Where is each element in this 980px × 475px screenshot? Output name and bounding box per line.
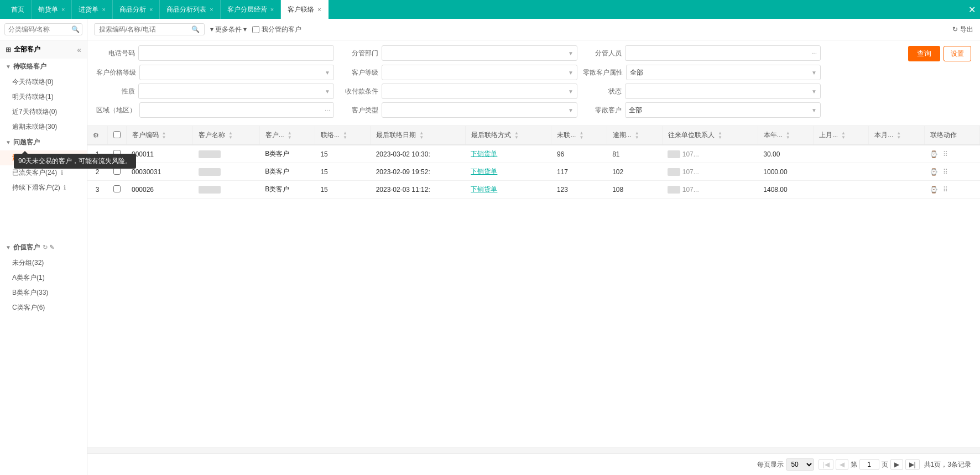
sidebar-item-overdue-contact[interactable]: 逾期未联络(30) [0, 119, 87, 134]
content-area: 🔍 ▾ 更多条件 ▾ 我分管的客户 ↻ 导出 电话号码 [87, 19, 980, 475]
chevron-down-icon: ▼ [568, 70, 574, 76]
sidebar-group-pending-title[interactable]: ▼ 待联络客户 [0, 59, 87, 75]
sidebar-item-7days-contact[interactable]: 近7天待联络(0) [0, 105, 87, 119]
more-icon[interactable]: ··· [325, 106, 330, 114]
more-actions-icon[interactable]: ⠿ [943, 150, 948, 158]
row-checkbox[interactable] [113, 185, 121, 192]
sort-icon[interactable]: ▲▼ [162, 131, 166, 140]
row-code: 00030031 [126, 163, 193, 181]
contact-icon[interactable]: ⌚ [930, 150, 938, 158]
tab-sales[interactable]: 销货单 × [32, 0, 72, 19]
sort-icon[interactable]: ▲▼ [896, 131, 901, 140]
sort-icon[interactable]: ▲▼ [343, 131, 347, 140]
sidebar-item-ungrouped[interactable]: 未分组(32) [0, 255, 87, 270]
sidebar-item-tomorrow-contact[interactable]: 明天待联络(1) [0, 90, 87, 105]
status-select[interactable]: ▼ [625, 83, 821, 99]
query-button[interactable]: 查询 [908, 46, 940, 61]
sidebar-item-class-b[interactable]: B类客户(33) [0, 285, 87, 300]
tab-home[interactable]: 首页 [4, 0, 32, 19]
sidebar-item-declining[interactable]: 持续下滑客户(2) ℹ [0, 180, 87, 195]
filter-search-box: 🔍 [94, 23, 205, 35]
sort-icon[interactable]: ▲▼ [419, 131, 424, 140]
my-customers-checkbox-input[interactable] [252, 26, 259, 33]
tab-product-analysis[interactable]: 商品分析 × [113, 0, 160, 19]
row-last-contact-method[interactable]: 下销货单 [465, 163, 551, 181]
sidebar-item-today-contact[interactable]: 今天待联络(0) [0, 75, 87, 90]
tab-product-analysis-list[interactable]: 商品分析列表 × [160, 0, 220, 19]
tab-customer-contact[interactable]: 客户联络 × [281, 0, 328, 19]
sidebar-search-container: 🔍 [0, 19, 87, 40]
arrow-down-icon: ▼ [6, 244, 11, 250]
collapse-icon[interactable]: « [77, 45, 81, 54]
tab-customer-tier[interactable]: 客户分层经营 × [221, 0, 281, 19]
select-all-checkbox[interactable] [113, 131, 121, 138]
first-page-button[interactable]: |◀ [819, 459, 833, 470]
staff-select[interactable]: ··· [625, 45, 821, 61]
contact-icon[interactable]: ⌚ [930, 186, 938, 194]
customer-type-select[interactable]: ▼ [382, 102, 577, 118]
zero-customer-select[interactable]: 全部 ▼ [625, 102, 821, 118]
close-icon[interactable]: × [270, 6, 274, 13]
phone-input[interactable] [138, 45, 334, 61]
close-window-button[interactable]: ✕ [968, 4, 976, 15]
sort-icon[interactable]: ▲▼ [288, 131, 292, 140]
row-this-year: 1000.00 [758, 163, 813, 181]
search-button[interactable]: 🔍 [191, 25, 200, 33]
edit-icon[interactable]: ✎ [49, 244, 54, 251]
sidebar-group-value-title[interactable]: ▼ 价值客户 ↻ ✎ [0, 239, 87, 255]
last-page-button[interactable]: ▶| [905, 459, 920, 470]
col-action: 联络动作 [924, 126, 979, 145]
row-overdue: 102 [607, 163, 662, 181]
zero-customer-attr-select[interactable]: 全部 ▼ [626, 65, 821, 80]
more-conditions-button[interactable]: ▾ 更多条件 ▾ [210, 25, 247, 34]
sort-icon[interactable]: ▲▼ [786, 131, 790, 140]
refresh-icon[interactable]: ↻ [43, 244, 48, 251]
chevron-down-icon: ▼ [568, 88, 574, 95]
page-number-input[interactable] [859, 459, 879, 470]
settings-button[interactable]: 设置 [943, 46, 971, 61]
dept-select[interactable]: ▼ [382, 45, 577, 61]
close-icon[interactable]: × [102, 6, 105, 13]
contact-icon[interactable]: ⌚ [930, 168, 938, 176]
row-last-contact-method[interactable]: 下销货单 [465, 145, 551, 163]
refresh-icon: ↻ [952, 25, 958, 33]
more-actions-icon[interactable]: ⠿ [943, 168, 948, 176]
close-icon[interactable]: × [149, 6, 153, 13]
horizontal-scrollbar[interactable] [87, 447, 980, 453]
my-customers-checkbox[interactable]: 我分管的客户 [252, 25, 301, 34]
more-icon[interactable]: ··· [811, 49, 817, 57]
sort-icon[interactable]: ▲▼ [635, 131, 639, 140]
tab-purchase[interactable]: 进货单 × [72, 0, 112, 19]
row-this-year: 30.00 [758, 145, 813, 163]
next-page-button[interactable]: ▶ [890, 459, 903, 470]
sidebar-search-input[interactable] [4, 23, 82, 35]
close-icon[interactable]: × [210, 6, 213, 13]
checkbox-column-header[interactable] [107, 126, 126, 145]
close-icon[interactable]: × [61, 6, 65, 13]
sidebar-all-customers[interactable]: ⊞ 全部客户 « [0, 40, 87, 59]
close-icon[interactable]: × [317, 6, 321, 13]
sort-icon[interactable]: ▲▼ [514, 131, 519, 140]
row-last-contact-method[interactable]: 下销货单 [465, 181, 551, 199]
payment-select[interactable]: ▼ [382, 83, 577, 99]
sidebar-item-class-c[interactable]: C类客户(6) [0, 300, 87, 315]
page-size-select[interactable]: 50 100 [786, 458, 814, 471]
more-actions-icon[interactable]: ⠿ [943, 186, 948, 194]
col-this-month: 本月... ▲▼ [869, 126, 924, 145]
sidebar-item-class-a[interactable]: A类客户(1) [0, 270, 87, 285]
customer-level-select[interactable]: ▼ [382, 65, 577, 80]
sort-icon[interactable]: ▲▼ [841, 131, 846, 140]
sidebar-group-problem-title[interactable]: ▼ 问题客户 [0, 134, 87, 150]
sort-icon[interactable]: ▲▼ [579, 131, 583, 140]
region-select[interactable]: ··· [139, 102, 334, 118]
tooltip: 90天未交易的客户，可能有流失风险。 [14, 154, 87, 169]
export-button[interactable]: ↻ 导出 [952, 25, 973, 34]
zero-customer-field: 零散客户 全部 ▼ [583, 102, 821, 118]
customer-price-level-select[interactable]: ▼ [139, 65, 334, 80]
sort-icon[interactable]: ▲▼ [718, 131, 722, 140]
sort-icon[interactable]: ▲▼ [228, 131, 233, 140]
prev-page-button[interactable]: ◀ [836, 459, 848, 470]
filter-search-input[interactable] [99, 25, 191, 33]
settings-column-header[interactable]: ⚙ [87, 126, 107, 145]
nature-select[interactable]: ▼ [138, 83, 334, 99]
